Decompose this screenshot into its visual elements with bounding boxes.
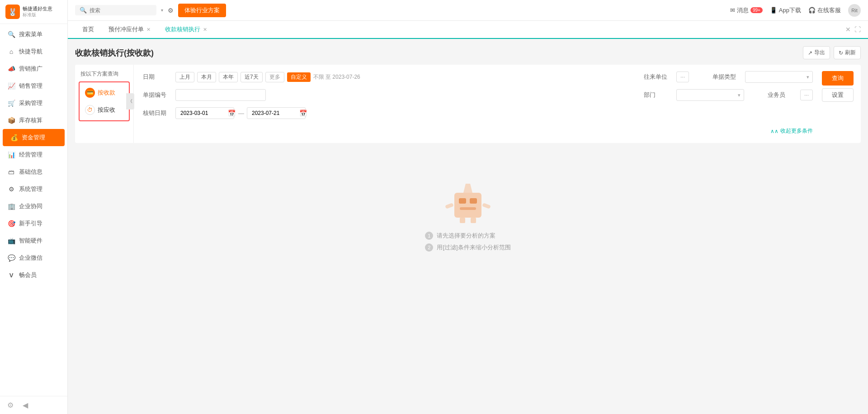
search-input[interactable] [90,7,152,14]
settings-bottom-icon[interactable]: ⚙ [7,401,14,409]
tab-home[interactable]: 首页 [75,21,101,39]
message-btn[interactable]: ✉ 消息 99+ [730,6,763,14]
filter-option-receivable-label: 按应收 [98,106,115,114]
search-icon: 🔍 [80,7,87,14]
app-download-btn[interactable]: 📱 App下载 [770,6,801,14]
sidebar-nav: 🔍 搜索菜单 ⌂ 快捷导航 📣 营销推广 📈 销售管理 🛒 采购管理 📦 库存核… [0,24,67,396]
sidebar-label-vip: 畅会员 [19,271,37,279]
sidebar: 🐰 畅捷通好生意 标准版 🔍 搜索菜单 ⌂ 快捷导航 📣 营销推广 📈 销售管理… [0,0,68,414]
date-label: 日期 [143,73,168,81]
svg-rect-6 [482,203,491,209]
page-content: 收款核销执行(按收款) ↗ 导出 ↻ 刷新 按以下方案查询 [68,39,868,414]
refresh-label: 刷新 [845,49,856,57]
collapse-more-button[interactable]: ∧∧ 收起更多条件 [770,125,813,137]
empty-illustration [441,179,495,224]
tab-receipts[interactable]: 收款核销执行 ✕ [158,21,214,39]
export-icon: ↗ [808,50,812,56]
sidebar-item-purchase[interactable]: 🛒 采购管理 [0,95,67,112]
empty-state: 1 请先选择要分析的方案 2 用[过滤]条件来缩小分析范围 [75,143,861,288]
query-form-wrapper: 日期 上月 本月 本年 近7天 更多 自定义 不限 至 2023-07-26 往… [134,65,861,143]
logo-icon: 🐰 [5,5,20,19]
sidebar-label-sales: 销售管理 [19,82,42,90]
maximize-tab-button[interactable]: ⛶ [854,26,861,33]
dept-select[interactable] [676,89,744,101]
app-download-label: App下载 [779,6,801,14]
sidebar-item-finance[interactable]: 💰 资金管理 [3,129,65,146]
topbar-right: ✉ 消息 99+ 📱 App下载 🎧 在线客服 Rit [730,4,861,17]
date-btn-this-year[interactable]: 本年 [219,72,238,82]
chevron-down-icon[interactable]: ▾ [161,8,163,13]
sidebar-item-hardware[interactable]: 📺 智能硬件 [0,232,67,249]
tab-prepay-close[interactable]: ✕ [146,27,151,33]
user-avatar[interactable]: Rit [848,4,861,17]
verify-date-range: 📅 — 📅 [175,107,307,119]
tab-prepay[interactable]: 预付冲应付单 ✕ [101,21,158,39]
online-service-btn[interactable]: 🎧 在线客服 [808,6,841,14]
date-btn-7days[interactable]: 近7天 [241,72,263,82]
counterparty-input[interactable]: ··· [676,71,689,82]
sidebar-item-quick-nav[interactable]: ⌂ 快捷导航 [0,43,67,60]
filter-option-by-receivable[interactable]: ⏱ 按应收 [81,101,127,119]
date-btn-last-month[interactable]: 上月 [175,72,194,82]
settings-button[interactable]: 设置 [822,88,854,102]
form-row-3: 核销日期 📅 — 📅 [143,107,813,119]
sales-icon: 📈 [7,82,15,90]
staff-label: 业务员 [768,91,793,99]
date-filter: 上月 本月 本年 近7天 更多 自定义 不限 至 2023-07-26 [175,72,360,82]
calendar-end-icon[interactable]: 📅 [299,109,307,117]
sidebar-item-guide[interactable]: 🎯 新手引导 [0,215,67,232]
sidebar-item-enterprise[interactable]: 🏢 企业协同 [0,198,67,215]
query-button[interactable]: 查询 [822,71,854,86]
inventory-icon: 📦 [7,117,15,124]
sidebar-item-search[interactable]: 🔍 搜索菜单 [0,26,67,43]
message-icon: ✉ [730,7,735,14]
tab-receipts-label: 收款核销执行 [165,25,200,33]
solution-button[interactable]: 体验行业方案 [178,4,226,17]
svg-rect-7 [460,218,465,223]
topbar-search-box[interactable]: 🔍 [75,5,156,15]
sidebar-label-finance: 资金管理 [22,133,45,142]
verify-date-label: 核销日期 [143,109,168,117]
hint-text-1: 请先选择要分析的方案 [437,232,495,240]
staff-input[interactable]: ··· [800,90,813,100]
date-btn-this-month[interactable]: 本月 [197,72,216,82]
verify-start-input[interactable] [175,107,234,119]
tab-receipts-close[interactable]: ✕ [203,27,207,33]
filter-option-by-receipt[interactable]: 💳 按收款 [81,84,127,101]
search-icon: 🔍 [7,31,15,38]
gear-icon[interactable]: ⚙ [168,7,174,14]
doc-type-select[interactable] [745,71,813,83]
filter-option-receipt-label: 按收款 [98,89,115,97]
collapse-more-label: 收起更多条件 [780,127,813,135]
collapse-filter-button[interactable]: 《 [126,93,134,109]
close-tab-button[interactable]: ✕ [845,26,851,33]
sidebar-item-sales[interactable]: 📈 销售管理 [0,77,67,95]
filter-area: 按以下方案查询 💳 按收款 ⏱ 按应收 《 [75,65,861,143]
calendar-start-icon[interactable]: 📅 [228,109,236,117]
dept-label: 部门 [644,91,669,99]
base-info-icon: 🗃 [7,168,15,176]
sidebar-item-inventory[interactable]: 📦 库存核算 [0,112,67,129]
doc-no-input[interactable] [175,89,266,101]
sidebar-item-wechat[interactable]: 💬 企业微信 [0,249,67,266]
sidebar-item-business[interactable]: 📊 经营管理 [0,146,67,163]
doc-type-select-wrapper [745,71,813,83]
sidebar-item-marketing[interactable]: 📣 营销推广 [0,60,67,77]
sidebar-item-vip[interactable]: V 畅会员 [0,266,67,284]
chevron-up-icon: ∧∧ [770,128,778,134]
collapse-sidebar-icon[interactable]: ◀ [23,401,28,409]
sidebar-item-system[interactable]: ⚙ 系统管理 [0,181,67,198]
refresh-icon: ↻ [839,50,843,56]
tabs-bar: 首页 预付冲应付单 ✕ 收款核销执行 ✕ ✕ ⛶ [68,21,868,39]
filter-sidebar: 按以下方案查询 💳 按收款 ⏱ 按应收 《 [75,65,134,143]
date-btn-more[interactable]: 更多 [265,72,284,82]
page-actions: ↗ 导出 ↻ 刷新 [803,46,861,59]
refresh-button[interactable]: ↻ 刷新 [834,46,861,59]
message-label: 消息 [737,6,749,14]
export-button[interactable]: ↗ 导出 [803,46,830,59]
verify-end-input[interactable] [247,107,306,119]
finance-icon: 💰 [10,134,18,141]
sidebar-label-wechat: 企业微信 [19,254,42,262]
export-label: 导出 [814,49,825,57]
sidebar-item-base-info[interactable]: 🗃 基础信息 [0,163,67,181]
